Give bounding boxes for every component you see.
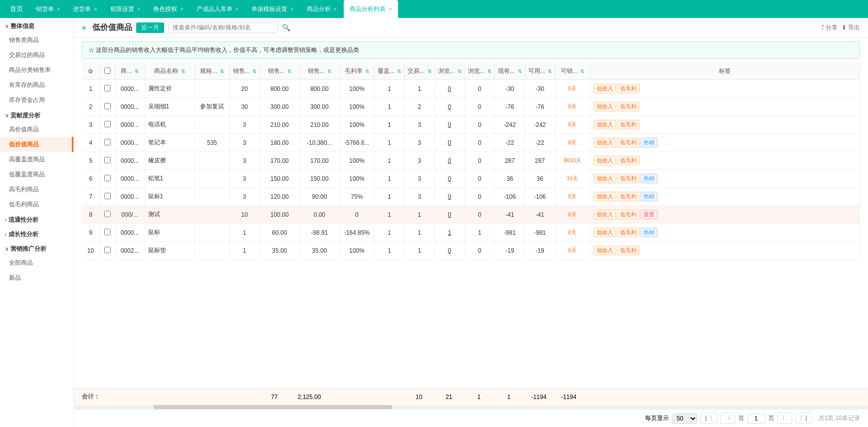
view1-count[interactable]: 0 — [434, 242, 464, 260]
sidebar-section-growth[interactable]: › 成长性分析 — [0, 226, 73, 241]
current-column-header[interactable]: 现有... ⇅ — [495, 63, 525, 80]
row-checkbox[interactable] — [100, 98, 115, 116]
nav-purchase[interactable]: 进货单 × — [67, 0, 103, 18]
view1-count[interactable]: 0 — [434, 98, 464, 116]
view1-link[interactable]: 0 — [448, 121, 451, 128]
close-icon[interactable]: × — [290, 6, 293, 12]
row-select-checkbox[interactable] — [104, 229, 111, 235]
margin-column-header[interactable]: 毛利率 ⇅ — [339, 63, 374, 80]
scrollbar-thumb[interactable] — [154, 405, 392, 409]
nav-templates[interactable]: 单据模板设置 × — [245, 0, 299, 18]
close-icon[interactable]: × — [94, 6, 97, 12]
view1-count[interactable]: 0 — [434, 116, 464, 134]
view1-link[interactable]: 0 — [448, 193, 451, 200]
close-icon[interactable]: × — [235, 6, 238, 12]
sidebar-item-stocked-products[interactable]: 有库存的商品 — [0, 77, 73, 92]
sale-amount-column-header[interactable]: 销售... ⇅ — [299, 63, 339, 80]
sidebar-item-all-products[interactable]: 全部商品 — [0, 255, 73, 270]
prev-page-button[interactable]: 〈 — [720, 413, 735, 424]
row-select-checkbox[interactable] — [104, 157, 111, 163]
view1-count[interactable]: 0 — [434, 206, 464, 224]
sidebar-item-low-value[interactable]: 低价值商品 — [0, 137, 73, 152]
close-icon[interactable]: × — [180, 6, 183, 12]
coverage-column-header[interactable]: 覆盖... ⇅ — [374, 63, 404, 80]
search-input[interactable] — [168, 22, 278, 33]
share-button[interactable]: ⤴ 分享 — [821, 23, 838, 32]
view1-link[interactable]: 0 — [448, 247, 451, 254]
row-checkbox[interactable] — [100, 116, 115, 134]
nav-permissions[interactable]: 权限设置 × — [104, 0, 146, 18]
code-column-header[interactable]: 商... ⇅ — [115, 63, 145, 80]
row-checkbox[interactable] — [100, 170, 115, 188]
trade-column-header[interactable]: 交易... ⇅ — [405, 63, 434, 80]
saleable-column-header[interactable]: 可销... ⇅ — [555, 63, 590, 80]
sidebar-section-circulation[interactable]: › 流通性分析 — [0, 212, 73, 226]
row-select-checkbox[interactable] — [104, 211, 111, 217]
sidebar-item-traded-products[interactable]: 交易过的商品 — [0, 47, 73, 62]
settings-column-header[interactable]: ⚙ — [82, 63, 100, 80]
view1-link[interactable]: 1 — [448, 229, 451, 236]
sidebar-item-low-margin[interactable]: 低毛利商品 — [0, 197, 73, 212]
nav-home[interactable]: 首页 — [4, 0, 29, 18]
spec-column-header[interactable]: 规格... ⇅ — [195, 63, 229, 80]
view1-count[interactable]: 1 — [434, 224, 464, 242]
sidebar-item-inventory-fund[interactable]: 库存资金占用 — [0, 92, 73, 107]
row-select-checkbox[interactable] — [104, 175, 111, 181]
row-select-checkbox[interactable] — [104, 85, 111, 91]
sidebar-section-contribution[interactable]: ∨ 贡献度分析 — [0, 107, 73, 122]
horizontal-scrollbar[interactable] — [74, 405, 868, 409]
row-checkbox[interactable] — [100, 152, 115, 170]
row-checkbox[interactable] — [100, 224, 115, 242]
sidebar-section-marketing[interactable]: ∨ 营销推广分析 — [0, 241, 73, 255]
sidebar-item-new-products[interactable]: 新品 — [0, 270, 73, 285]
view1-link[interactable]: 0 — [448, 157, 451, 164]
sidebar-item-sales-products[interactable]: 销售类商品 — [0, 32, 73, 47]
row-select-checkbox[interactable] — [104, 103, 111, 109]
view1-link[interactable]: 0 — [448, 211, 451, 218]
view1-link[interactable]: 0 — [448, 85, 451, 92]
nav-analysis-list[interactable]: 商品分析列表 × — [344, 0, 398, 18]
view1-link[interactable]: 0 — [448, 175, 451, 182]
row-select-checkbox[interactable] — [104, 193, 111, 199]
view1-column-header[interactable]: 浏览... ⇅ — [434, 63, 464, 80]
row-checkbox[interactable] — [100, 206, 115, 224]
row-select-checkbox[interactable] — [104, 247, 111, 253]
first-page-button[interactable]: |〈 — [700, 413, 717, 424]
per-page-select[interactable]: 50 100 — [672, 413, 697, 424]
sidebar-item-category-rate[interactable]: 商品分类销售率 — [0, 62, 73, 77]
view1-count[interactable]: 0 — [434, 152, 464, 170]
select-all-checkbox[interactable] — [104, 67, 111, 74]
collapse-sidebar-button[interactable]: « — [82, 23, 86, 32]
sidebar-section-overall[interactable]: ∨ 整体信息 — [0, 18, 73, 32]
close-icon[interactable]: × — [334, 6, 337, 12]
sidebar-item-high-margin[interactable]: 高毛利商品 — [0, 182, 73, 197]
name-column-header[interactable]: 商品名称 ⇅ — [145, 63, 195, 80]
view1-count[interactable]: 0 — [434, 170, 464, 188]
close-icon[interactable]: × — [137, 6, 140, 12]
nav-sales[interactable]: 销货单 × — [30, 0, 66, 18]
close-icon[interactable]: × — [57, 6, 60, 12]
view1-count[interactable]: 0 — [434, 80, 464, 98]
row-select-checkbox[interactable] — [104, 139, 111, 145]
view2-column-header[interactable]: 浏览... ⇅ — [464, 63, 494, 80]
row-checkbox[interactable] — [100, 134, 115, 152]
row-checkbox[interactable] — [100, 242, 115, 260]
sidebar-item-high-coverage[interactable]: 高覆盖度商品 — [0, 152, 73, 167]
row-checkbox[interactable] — [100, 188, 115, 206]
close-icon[interactable]: × — [389, 6, 392, 12]
filter-recent-month-button[interactable]: 近一月 — [136, 22, 164, 33]
checkbox-column-header[interactable] — [100, 63, 115, 80]
sale-qty-column-header[interactable]: 销售... ⇅ — [229, 63, 259, 80]
page-number-input[interactable] — [747, 414, 765, 424]
view1-link[interactable]: 0 — [448, 103, 451, 110]
nav-roles[interactable]: 角色授权 × — [147, 0, 189, 18]
sidebar-item-low-coverage[interactable]: 低覆盖度商品 — [0, 167, 73, 182]
view1-count[interactable]: 0 — [434, 134, 464, 152]
last-page-button[interactable]: 〉| — [795, 413, 812, 424]
row-select-checkbox[interactable] — [104, 121, 111, 127]
search-icon[interactable]: 🔍 — [282, 23, 290, 31]
nav-products[interactable]: 产成品入库单 × — [191, 0, 244, 18]
export-button[interactable]: ⬇ 导出 — [842, 23, 860, 32]
sale-price-column-header[interactable]: 销售... ⇅ — [259, 63, 299, 80]
next-page-button[interactable]: 〉 — [777, 413, 792, 424]
